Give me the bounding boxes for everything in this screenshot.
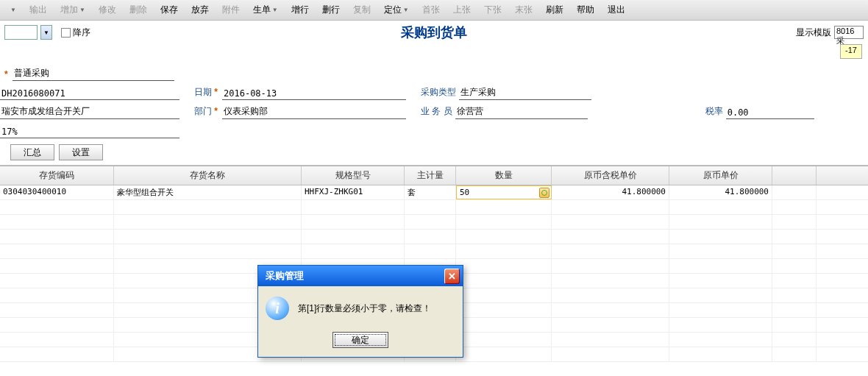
clerk-label: 业 务 员 (421, 105, 455, 119)
form-area: * 普通采购 DH2016080071 日期 * 2016-08-13 采购类型… (0, 59, 868, 140)
ok-button[interactable]: 确定 (332, 332, 388, 348)
cell-end (772, 185, 817, 199)
col-header-name[interactable]: 存货名称 (114, 166, 302, 185)
grid-row[interactable] (0, 215, 868, 230)
cell-empty (0, 259, 114, 273)
toolbar-item-刷新[interactable]: 刷新 (540, 1, 569, 18)
sort-combo[interactable] (4, 25, 38, 40)
order-type-field[interactable]: 普通采购 (13, 67, 174, 81)
col-header-qty[interactable]: 数量 (456, 166, 552, 185)
cell-empty (669, 274, 772, 288)
dialog-title: 采购管理 (266, 269, 444, 283)
cell-empty (552, 347, 669, 361)
page-title: 采购到货单 (401, 24, 467, 41)
template-select[interactable]: 8016 采 (834, 26, 864, 39)
col-header-unitprice[interactable]: 原币单价 (669, 166, 772, 185)
dept-field[interactable]: 仪表采购部 (222, 105, 406, 119)
cell-empty (669, 347, 772, 361)
toolbar-item-保存[interactable]: 保存 (154, 1, 184, 18)
tax-field[interactable]: 0.00 (726, 107, 814, 119)
cell-empty (552, 244, 669, 258)
template-label: 显示模版 (796, 26, 831, 39)
cell-unitprice-tax: 41.800000 (552, 185, 669, 199)
asterisk-icon: * (214, 87, 218, 97)
toolbar-item-首张: 首张 (416, 1, 446, 18)
doc-no-field[interactable]: DH2016080071 (0, 88, 179, 100)
badge-row: -17 (0, 44, 868, 59)
cell-empty (772, 200, 817, 214)
date-field[interactable]: 2016-08-13 (222, 88, 406, 100)
sort-desc-checkbox[interactable]: 降序 (61, 26, 90, 39)
col-header-unit[interactable]: 主计量 (405, 166, 456, 185)
toolbar-item-帮助[interactable]: 帮助 (571, 1, 600, 18)
chevron-down-icon: ▼ (10, 7, 16, 13)
grid-row[interactable] (0, 244, 868, 259)
grid-row[interactable] (0, 230, 868, 244)
grid-header: 存货编码 存货名称 规格型号 主计量 数量 原币含税单价 原币单价 (0, 166, 868, 185)
toolbar-item-上张: 上张 (447, 1, 477, 18)
cell-empty (114, 230, 302, 244)
toolbar-item-删行[interactable]: 删行 (316, 1, 346, 18)
toolbar-item-增行[interactable]: 增行 (285, 1, 315, 18)
col-header-spec[interactable]: 规格型号 (302, 166, 405, 185)
cell-empty (0, 288, 114, 302)
sort-desc-label: 降序 (73, 26, 90, 39)
cell-empty (456, 347, 552, 361)
cell-unitprice: 41.800000 (669, 185, 772, 199)
cell-empty (772, 333, 817, 347)
purchase-type-label: 采购类型 (421, 86, 459, 100)
checkbox-box-icon (61, 28, 71, 38)
cell-name: 豪华型组合开关 (114, 185, 302, 199)
toolbar-item-放弃[interactable]: 放弃 (185, 1, 215, 18)
cell-empty (552, 215, 669, 229)
dialog-message: 第[1]行数量必须小于零，请检查！ (298, 302, 431, 315)
cell-empty (0, 347, 114, 361)
toolbar-item-生单[interactable]: 生单▼ (247, 1, 284, 18)
toolbar-item-删除: 删除 (124, 1, 153, 18)
cell-empty (552, 230, 669, 244)
toolbar-item-退出[interactable]: 退出 (602, 1, 631, 18)
cell-empty (669, 259, 772, 273)
cell-empty (405, 244, 456, 258)
grid-row[interactable]: 0304030400010 豪华型组合开关 HHFXJ-ZHKG01 套 50 … (0, 185, 868, 200)
dialog-titlebar[interactable]: 采购管理 ✕ (258, 266, 463, 286)
purchase-type-field[interactable]: 生产采购 (459, 86, 591, 100)
lookup-icon[interactable] (539, 188, 549, 198)
toolbar-item-idx0[interactable]: ▼ (3, 4, 22, 15)
cell-qty[interactable]: 50 (456, 185, 552, 199)
cell-empty (114, 215, 302, 229)
close-button[interactable]: ✕ (444, 269, 460, 284)
cell-empty (456, 244, 552, 258)
toolbar-item-增加: 增加▼ (54, 1, 91, 18)
cell-empty (552, 333, 669, 347)
cell-empty (0, 274, 114, 288)
cell-empty (456, 274, 552, 288)
cell-empty (669, 230, 772, 244)
cell-empty (405, 215, 456, 229)
cell-empty (552, 274, 669, 288)
col-header-end (772, 166, 817, 185)
cell-empty (114, 200, 302, 214)
date-label: 日期 * (194, 86, 222, 100)
summary-button[interactable]: 汇总 (10, 144, 54, 160)
col-header-unitprice-tax[interactable]: 原币含税单价 (552, 166, 669, 185)
sort-combo-button[interactable]: ▼ (40, 25, 52, 40)
cell-empty (772, 274, 817, 288)
settings-button[interactable]: 设置 (59, 144, 103, 160)
toolbar-item-定位[interactable]: 定位▼ (378, 1, 415, 18)
cell-empty (669, 215, 772, 229)
cell-empty (669, 288, 772, 302)
toolbar-item-复制: 复制 (347, 1, 377, 18)
close-icon: ✕ (448, 271, 456, 282)
vendor-field[interactable]: 瑞安市成发组合开关厂 (0, 105, 179, 119)
tax-rate-field[interactable]: 17% (0, 127, 179, 138)
cell-empty (772, 347, 817, 361)
grid-row[interactable] (0, 200, 868, 215)
clerk-field[interactable]: 徐营营 (455, 105, 588, 119)
col-header-code[interactable]: 存货编码 (0, 166, 114, 185)
cell-empty (114, 244, 302, 258)
cell-empty (456, 318, 552, 332)
toolbar-item-末张: 末张 (509, 1, 538, 18)
cell-empty (0, 230, 114, 244)
asterisk-icon: * (214, 106, 218, 116)
